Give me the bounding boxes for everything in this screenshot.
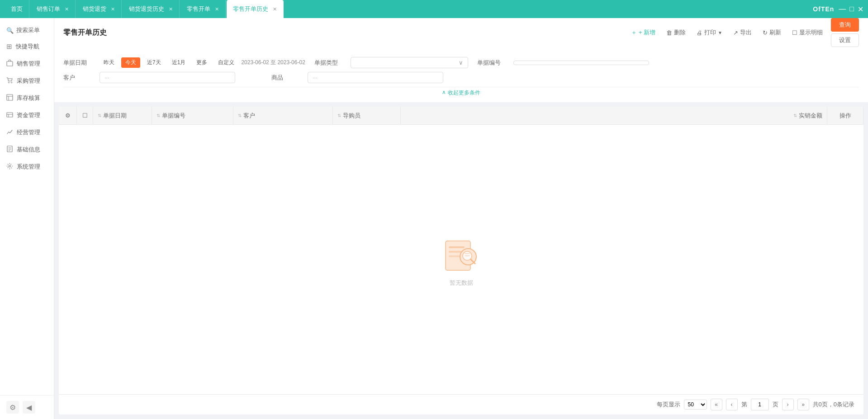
page-summary: 共0页，0条记录 <box>813 400 854 409</box>
finance-icon <box>6 111 13 119</box>
svg-point-6 <box>9 165 11 167</box>
th-customer[interactable]: ⇅ 客户 <box>233 107 333 124</box>
collapse-sidebar-btn[interactable]: ◀ <box>23 401 35 414</box>
sort-date-icon: ⇅ <box>98 113 101 118</box>
add-label: + 新增 <box>639 28 655 37</box>
system-icon <box>6 163 13 171</box>
empty-illustration <box>439 232 484 273</box>
svg-rect-0 <box>7 61 13 66</box>
table-header: ⚙ ☐ ⇅ 单据日期 ⇅ 单据编号 ⇅ 客户 ⇅ <box>59 107 863 125</box>
date-btn-today[interactable]: 今天 <box>121 57 140 68</box>
content-area: 零售开单历史 ＋ + 新增 🗑 删除 🖨 打印 ▼ <box>54 18 868 419</box>
sidebar-item-finance[interactable]: 资金管理 <box>0 107 54 124</box>
doc-type-select[interactable]: ∨ <box>351 57 468 68</box>
date-range-text: 2023-06-02 至 2023-06-02 <box>241 59 305 66</box>
tab-retail-open[interactable]: 零售开单 ✕ <box>180 0 226 18</box>
tab-retail-open-history-label: 零售开单历史 <box>233 5 268 13</box>
goods-placeholder: ··· <box>313 74 318 81</box>
pagination: 每页显示 50 100 200 « ‹ 第 页 › » 共0页，0条记录 <box>59 394 863 414</box>
last-page-btn[interactable]: » <box>797 399 809 410</box>
sidebar-item-sales-mgmt[interactable]: 销售管理 <box>0 55 54 72</box>
current-page-input[interactable] <box>751 399 769 410</box>
tab-retail-open-close[interactable]: ✕ <box>215 6 219 12</box>
tab-sales-order[interactable]: 销售订单 ✕ <box>30 0 76 18</box>
th-amount-label: 实销金额 <box>799 112 822 120</box>
tab-retail-open-history[interactable]: 零售开单历史 ✕ <box>227 0 284 18</box>
collapse-row[interactable]: ∧ 收起更多条件 <box>63 87 859 99</box>
date-btn-custom[interactable]: 自定义 <box>214 57 238 68</box>
settings-bottom-btn[interactable]: ⚙ <box>6 401 19 414</box>
sidebar-search-label: 搜索采单 <box>16 26 40 34</box>
close-btn[interactable]: ✕ <box>858 5 863 14</box>
sidebar-item-operations[interactable]: 经营管理 <box>0 124 54 141</box>
th-action: 操作 <box>827 107 863 124</box>
filter-row-1: 单据日期 昨天 今天 近7天 近1月 更多 自定义 2023-06-02 至 2… <box>63 57 859 68</box>
th-amount[interactable]: ⇅ 实销金额 <box>401 107 827 124</box>
th-order-no[interactable]: ⇅ 单据编号 <box>152 107 233 124</box>
doc-no-label: 单据编号 <box>477 59 504 67</box>
per-page-select[interactable]: 50 100 200 <box>684 400 707 410</box>
delete-icon: 🗑 <box>666 29 672 36</box>
sidebar-item-basic-info[interactable]: 基础信息 <box>0 141 54 158</box>
tab-home[interactable]: 首页 <box>5 0 29 18</box>
sidebar-item-quick-nav[interactable]: ⊞ 快捷导航 <box>0 38 54 55</box>
export-btn[interactable]: ↗ 导出 <box>730 27 754 38</box>
sidebar-item-purchase-mgmt[interactable]: 采购管理 <box>0 72 54 89</box>
th-date[interactable]: ⇅ 单据日期 <box>93 107 152 124</box>
th-settings[interactable]: ⚙ <box>59 107 77 124</box>
print-btn[interactable]: 🖨 打印 ▼ <box>694 27 725 38</box>
page-title-row: 零售开单历史 ＋ + 新增 🗑 删除 🖨 打印 ▼ <box>63 18 859 47</box>
query-btn[interactable]: 查询 <box>831 18 859 32</box>
export-icon: ↗ <box>733 29 738 36</box>
tab-sales-return[interactable]: 销货退货 ✕ <box>76 0 122 18</box>
sidebar-item-inventory[interactable]: 库存核算 <box>0 89 54 107</box>
delete-btn[interactable]: 🗑 删除 <box>664 27 688 38</box>
empty-state: 暂无数据 <box>59 125 863 394</box>
first-page-btn[interactable]: « <box>711 399 722 410</box>
date-btn-1month[interactable]: 近1月 <box>168 57 190 68</box>
sidebar-item-operations-label: 经营管理 <box>17 128 40 137</box>
settings-icon: ⚙ <box>65 112 71 119</box>
minimize-btn[interactable]: — <box>839 5 846 14</box>
page-label: 第 <box>741 400 747 409</box>
maximize-btn[interactable]: □ <box>849 5 854 14</box>
doc-no-input[interactable] <box>513 61 649 65</box>
tab-sales-order-label: 销售订单 <box>37 5 60 13</box>
tab-sales-return-history-close[interactable]: ✕ <box>169 6 173 12</box>
display-btn[interactable]: ☐ 显示明细 <box>789 27 825 38</box>
setting-btn[interactable]: 设置 <box>831 33 859 47</box>
th-guide-label: 导购员 <box>343 112 360 120</box>
th-order-no-label: 单据编号 <box>162 112 185 120</box>
date-btn-yesterday[interactable]: 昨天 <box>100 57 119 68</box>
doc-type-dropdown-icon: ∨ <box>459 59 463 66</box>
tab-retail-open-label: 零售开单 <box>187 5 210 13</box>
date-filter-label: 单据日期 <box>63 59 90 67</box>
th-date-label: 单据日期 <box>103 112 127 120</box>
add-icon: ＋ <box>631 28 637 37</box>
sort-order-no-icon: ⇅ <box>157 113 160 118</box>
sidebar-search[interactable]: 🔍 搜索采单 <box>0 23 54 38</box>
tab-retail-open-history-close[interactable]: ✕ <box>273 6 277 12</box>
goods-filter-label: 商品 <box>271 74 299 82</box>
sidebar-item-system[interactable]: 系统管理 <box>0 158 54 175</box>
sidebar-bottom: ⚙ ◀ <box>0 395 54 419</box>
prev-page-btn[interactable]: ‹ <box>726 399 738 410</box>
sort-amount-icon: ⇅ <box>793 113 797 118</box>
next-page-btn[interactable]: › <box>782 399 794 410</box>
svg-rect-8 <box>449 246 465 248</box>
add-btn[interactable]: ＋ + 新增 <box>628 27 658 38</box>
refresh-btn[interactable]: ↻ 刷新 <box>760 27 784 38</box>
date-btn-7days[interactable]: 近7天 <box>143 57 165 68</box>
sidebar-item-purchase-mgmt-label: 采购管理 <box>17 77 40 85</box>
goods-input[interactable]: ··· <box>308 72 443 83</box>
th-guide[interactable]: ⇅ 导购员 <box>333 107 401 124</box>
svg-point-1 <box>8 82 9 83</box>
tab-sales-order-close[interactable]: ✕ <box>65 6 69 12</box>
customer-filter-label: 客户 <box>63 74 90 82</box>
customer-input[interactable]: ··· <box>100 72 235 83</box>
quick-nav-icon: ⊞ <box>6 42 12 51</box>
date-btn-more[interactable]: 更多 <box>192 57 211 68</box>
tab-sales-return-close[interactable]: ✕ <box>111 6 115 12</box>
th-checkbox[interactable]: ☐ <box>77 107 93 124</box>
tab-sales-return-history[interactable]: 销货退货历史 ✕ <box>123 0 180 18</box>
